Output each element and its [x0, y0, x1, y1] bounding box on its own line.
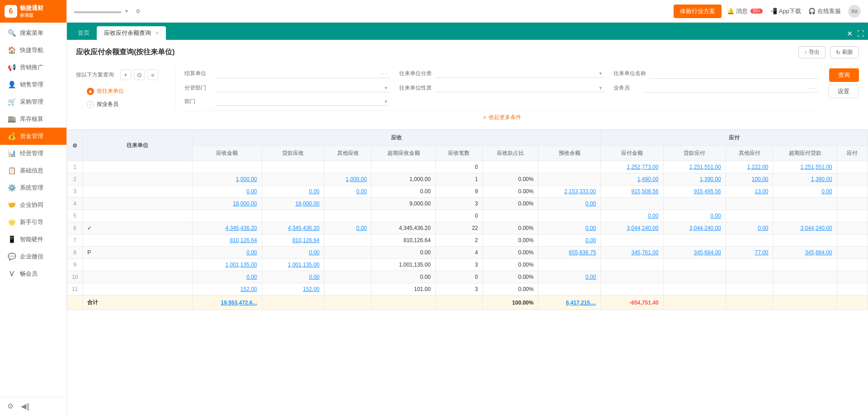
scheme-item-salesperson[interactable]: ○ 按业务员 — [83, 99, 168, 110]
data-cell[interactable]: 0.00 — [538, 234, 601, 247]
app-download-button[interactable]: 📲 App下载 — [770, 7, 801, 15]
tab-home[interactable]: 首页 — [71, 26, 97, 40]
data-cell[interactable]: 1,000.00 — [193, 173, 262, 186]
sidebar-item-inventory[interactable]: 🏬 库存核算 — [0, 110, 66, 128]
salesperson-field[interactable] — [646, 85, 809, 91]
gear-icon[interactable]: ⚙ — [136, 8, 141, 14]
data-cell[interactable]: 1,001,135.00 — [262, 259, 324, 271]
online-service-button[interactable]: 🎧 在线客服 — [808, 7, 841, 15]
data-cell[interactable]: 345,684.00 — [773, 247, 837, 259]
data-cell[interactable]: 0.00 — [193, 271, 262, 283]
data-cell[interactable]: 2,153,333.00 — [538, 186, 601, 198]
sidebar-item-guide[interactable]: 🌟 新手引导 — [0, 214, 66, 231]
settings-scheme-button[interactable]: ⊙ — [134, 69, 145, 80]
scheme-item-partner[interactable]: ◉ 按往来单位 — [83, 86, 168, 97]
data-cell[interactable]: 1,390.00 — [663, 173, 726, 186]
sidebar-item-system[interactable]: ⚙️ 系统管理 — [0, 179, 66, 196]
data-cell[interactable]: 345,761.00 — [601, 247, 663, 259]
data-cell[interactable]: 18,000.00 — [262, 198, 324, 210]
sidebar-item-quick-nav[interactable]: 🏠 快捷导航 — [0, 42, 66, 59]
dept-arrow[interactable]: ▼ — [384, 99, 388, 104]
sidebar-item-search[interactable]: 🔍 搜索菜单 — [0, 24, 66, 42]
sidebar-item-purchase[interactable]: 🛒 采购管理 — [0, 93, 66, 110]
messages-button[interactable]: 🔔 消息 99+ — [727, 7, 763, 15]
data-cell[interactable]: 1,252,773.00 — [601, 161, 663, 173]
data-cell[interactable]: 1,001,135.00 — [193, 259, 262, 271]
data-cell[interactable]: 3,044,240.00 — [663, 222, 726, 234]
collapse-bar[interactable]: ∧ 收起更多条件 — [184, 110, 819, 124]
data-cell[interactable]: 0.00 — [663, 210, 726, 222]
settlement-unit-field[interactable] — [217, 70, 380, 76]
footer-advance[interactable]: 6,417,215.... — [538, 296, 601, 310]
data-cell[interactable]: 0.00 — [726, 222, 773, 234]
salesperson-select[interactable]: ··· — [644, 83, 819, 93]
sidebar-item-wechat[interactable]: 💬 企业微信 — [0, 248, 66, 265]
sidebar-item-finance[interactable]: 💰 资金管理 — [0, 128, 66, 145]
data-cell[interactable]: 18,000.00 — [193, 198, 262, 210]
partner-category-select[interactable]: ▼ — [435, 69, 605, 78]
sidebar-item-hardware[interactable]: 📱 智能硬件 — [0, 231, 66, 248]
settlement-unit-dots[interactable]: ··· — [380, 70, 388, 77]
dept-select[interactable]: ▼ — [215, 97, 390, 106]
close-window-icon[interactable]: ✕ — [847, 29, 853, 38]
data-cell[interactable]: 0.00 — [538, 222, 601, 234]
data-cell[interactable]: 0.00 — [193, 186, 262, 198]
query-button[interactable]: 查询 — [829, 68, 859, 82]
data-cell[interactable]: 0.00 — [538, 198, 601, 210]
solution-button[interactable]: 体验行业方案 — [674, 5, 722, 18]
data-cell[interactable]: 152.00 — [193, 283, 262, 296]
dept-main-field[interactable] — [217, 85, 384, 91]
data-cell[interactable]: 915,508.56 — [601, 186, 663, 198]
data-cell[interactable]: 345,684.00 — [663, 247, 726, 259]
sidebar-item-member[interactable]: Ⅴ 畅会员 — [0, 265, 66, 282]
col-settings[interactable]: ⚙ — [67, 130, 83, 161]
avatar[interactable]: Rit — [848, 5, 861, 18]
data-cell[interactable]: 0.00 — [262, 186, 324, 198]
sidebar-item-basic[interactable]: 📋 基础信息 — [0, 162, 66, 179]
chevron-down-icon[interactable]: ▼ — [124, 8, 129, 14]
data-cell[interactable]: 0.00 — [193, 247, 262, 259]
footer-payable[interactable]: -654,751.40 — [601, 296, 663, 310]
refresh-button[interactable]: ↻ 刷新 — [830, 46, 859, 58]
data-cell[interactable]: 0.00 — [324, 222, 372, 234]
data-cell[interactable]: 810,126.64 — [193, 234, 262, 247]
data-cell[interactable]: 0.00 — [262, 247, 324, 259]
add-scheme-button[interactable]: + — [120, 69, 131, 80]
data-cell[interactable]: 1,390.00 — [773, 173, 837, 186]
collapse-icon[interactable]: ◀‖ — [21, 402, 30, 410]
partner-nature-select[interactable]: ▼ — [435, 84, 605, 92]
data-cell[interactable]: 0.00 — [773, 186, 837, 198]
data-cell[interactable]: 4,345,436.20 — [262, 222, 324, 234]
dept-main-arrow[interactable]: ▼ — [384, 86, 388, 91]
footer-receivable[interactable]: 19,553,472,6... — [193, 296, 262, 310]
sidebar-item-management[interactable]: 📊 经营管理 — [0, 145, 66, 162]
partner-nature-arrow[interactable]: ▼ — [598, 86, 603, 91]
settlement-unit-input[interactable]: ··· — [215, 69, 390, 78]
data-cell[interactable]: 3,044,240.00 — [773, 222, 837, 234]
data-cell[interactable]: 1,251,551.00 — [663, 161, 726, 173]
settings-button[interactable]: 设置 — [828, 85, 859, 98]
data-cell[interactable]: 13.00 — [726, 186, 773, 198]
sidebar-item-cooperation[interactable]: 🤝 企业协同 — [0, 196, 66, 214]
data-cell[interactable]: 77.00 — [726, 247, 773, 259]
data-cell[interactable]: 655,636.75 — [538, 247, 601, 259]
sidebar-item-sales[interactable]: 👤 销售管理 — [0, 76, 66, 93]
data-cell[interactable]: 0.00 — [601, 210, 663, 222]
dept-field[interactable] — [217, 98, 384, 105]
collapse-scheme-button[interactable]: « — [147, 69, 158, 80]
settings-icon[interactable]: ⚙ — [7, 402, 14, 410]
data-cell[interactable]: 1,000.00 — [324, 173, 372, 186]
dept-main-select[interactable]: ▼ — [215, 84, 390, 92]
salesperson-dots[interactable]: ··· — [809, 84, 817, 91]
tab-close-icon[interactable]: × — [156, 30, 159, 36]
data-cell[interactable]: 0.00 — [324, 186, 372, 198]
data-cell[interactable]: 152.00 — [262, 283, 324, 296]
data-cell[interactable]: 1,490.00 — [601, 173, 663, 186]
partner-category-arrow[interactable]: ▼ — [598, 71, 603, 76]
data-cell[interactable]: 1,251,551.00 — [773, 161, 837, 173]
data-cell[interactable]: 1,222.00 — [726, 161, 773, 173]
export-button[interactable]: ↑ 导出 — [798, 46, 826, 58]
tab-ar-ap[interactable]: 应收应付余额查询 × — [97, 26, 166, 40]
data-cell[interactable]: 4,345,436.20 — [193, 222, 262, 234]
data-cell[interactable]: 0.00 — [262, 271, 324, 283]
